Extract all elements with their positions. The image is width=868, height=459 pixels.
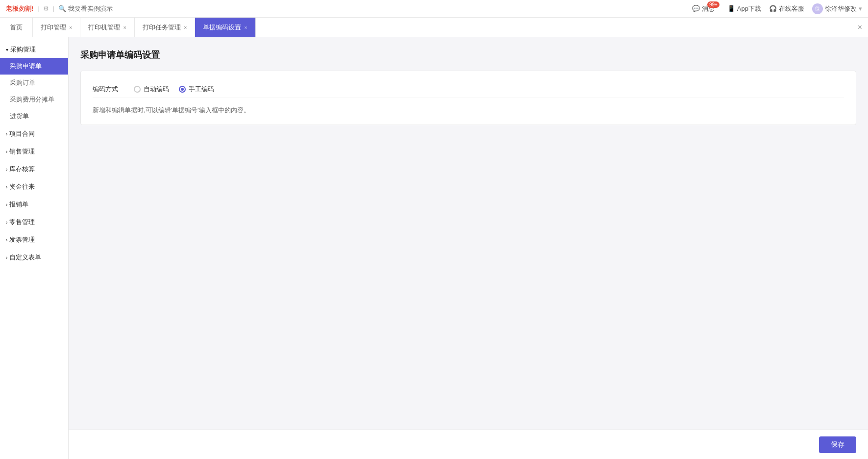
tab-print-manage[interactable]: 打印管理 × [33,18,80,37]
app-download-button[interactable]: 📱 App下载 [727,4,761,13]
sidebar-group-custom-title[interactable]: › 自定义表单 [0,249,68,266]
search-area[interactable]: 🔍 我要看实例演示 [58,4,113,13]
radio-group: 自动编码 手工编码 [134,85,214,94]
page-title: 采购申请单编码设置 [80,49,856,61]
message-button[interactable]: 💬 消息 99+ [692,4,715,13]
sidebar-group-sales-title[interactable]: › 销售管理 [0,143,68,160]
sidebar-group-invoice-label: 发票管理 [9,235,35,244]
sidebar-group-finance: › 资金往来 [0,178,68,195]
sidebar-item-purchase-expense[interactable]: 采购费用分摊单 [0,91,68,108]
headset-icon: 🎧 [769,5,777,12]
sidebar-group-expense-title[interactable]: › 报销单 [0,196,68,213]
sidebar-group-purchase: ▾ 采购管理 采购申请单 采购订单 采购费用分摊单 进货单 [0,41,68,125]
content-area: 采购申请单编码设置 编码方式 自动编码 手工编码 [69,37,868,459]
radio-manual[interactable]: 手工编码 [179,85,214,94]
sidebar-group-finance-label: 资金往来 [9,182,35,191]
sidebar-item-stock-in-label: 进货单 [10,112,29,120]
user-info[interactable]: 徐 徐泽华修改 ▾ [812,3,862,14]
hint-text: 新增和编辑单据时,可以编辑'单据编号'输入框中的内容。 [93,106,844,115]
sidebar-group-custom: › 自定义表单 [0,249,68,266]
message-badge: 99+ [707,1,719,8]
sidebar-group-purchase-title[interactable]: ▾ 采购管理 [0,41,68,58]
sidebar-group-invoice-title[interactable]: › 发票管理 [0,231,68,248]
user-dropdown-icon: ▾ [859,5,862,12]
expand-icon-retail: › [6,220,7,225]
sidebar-item-purchase-request[interactable]: 采购申请单 [0,58,68,75]
top-bar-right: 💬 消息 99+ 📱 App下载 🎧 在线客服 徐 徐泽华修改 ▾ [692,3,862,14]
sidebar-item-purchase-order-label: 采购订单 [10,79,35,86]
sidebar-group-project: › 项目合同 [0,126,68,142]
expand-icon-finance: › [6,184,7,190]
sidebar-group-project-title[interactable]: › 项目合同 [0,126,68,142]
top-bar-divider2: | [53,5,54,12]
sidebar-group-retail-label: 零售管理 [9,218,35,227]
radio-manual-outer [179,86,186,93]
app-download-label: App下载 [737,4,761,13]
radio-auto[interactable]: 自动编码 [134,85,169,94]
tab-print-manage-close[interactable]: × [69,25,72,30]
tab-printer-manage-label: 打印机管理 [88,23,120,32]
search-icon: 🔍 [58,5,66,12]
tab-printer-manage[interactable]: 打印机管理 × [80,18,134,37]
tab-barcode-setting-close[interactable]: × [244,25,247,30]
expand-icon-custom: › [6,255,7,260]
user-name: 徐泽华修改 [825,4,857,13]
tab-print-task-close[interactable]: × [184,25,187,30]
expand-icon-invoice: › [6,237,7,243]
sidebar-group-sales: › 销售管理 [0,143,68,160]
main-layout: ▾ 采购管理 采购申请单 采购订单 采购费用分摊单 进货单 › 项目合同 [0,37,868,459]
tab-bar: 首页 打印管理 × 打印机管理 × 打印任务管理 × 单据编码设置 × × [0,18,868,37]
logo-text: 老板勿割! [6,4,33,13]
tab-barcode-setting-label: 单据编码设置 [203,23,241,32]
expand-icon-project: › [6,131,7,137]
sidebar-group-inventory-title[interactable]: › 库存核算 [0,161,68,178]
top-bar-left: 老板勿割! | ⚙ | 🔍 我要看实例演示 [6,4,113,13]
sidebar-item-purchase-request-label: 采购申请单 [10,62,42,70]
radio-auto-outer [134,86,141,93]
sidebar-group-retail: › 零售管理 [0,214,68,230]
top-bar: 老板勿割! | ⚙ | 🔍 我要看实例演示 💬 消息 99+ 📱 App下载 🎧… [0,0,868,18]
close-all-tabs-icon[interactable]: × [858,23,862,32]
settings-icon[interactable]: ⚙ [43,5,49,12]
sidebar: ▾ 采购管理 采购申请单 采购订单 采购费用分摊单 进货单 › 项目合同 [0,37,69,459]
save-button[interactable]: 保存 [819,436,856,453]
sidebar-group-purchase-label: 采购管理 [10,45,36,54]
sidebar-group-inventory: › 库存核算 [0,161,68,178]
sidebar-group-finance-title[interactable]: › 资金往来 [0,178,68,195]
customer-service-label: 在线客服 [779,4,804,13]
tab-home-label: 首页 [10,23,23,32]
tab-print-task-label: 打印任务管理 [143,23,181,32]
sidebar-group-inventory-label: 库存核算 [9,165,35,174]
sidebar-group-expense-label: 报销单 [9,200,28,209]
search-text: 我要看实例演示 [68,4,113,13]
sidebar-group-retail-title[interactable]: › 零售管理 [0,214,68,230]
sidebar-item-purchase-order[interactable]: 采购订单 [0,75,68,91]
encoding-label: 编码方式 [93,85,122,94]
message-icon: 💬 [692,5,700,12]
app-download-icon: 📱 [727,5,735,12]
radio-manual-inner [181,88,184,91]
tab-print-manage-label: 打印管理 [41,23,66,32]
expand-icon-sales: › [6,149,7,154]
radio-auto-label: 自动编码 [144,85,169,94]
settings-card: 编码方式 自动编码 手工编码 新增和编 [80,71,856,125]
footer-bar: 保存 [69,430,868,459]
content-inner: 采购申请单编码设置 编码方式 自动编码 手工编码 [69,37,868,459]
tab-printer-manage-close[interactable]: × [123,25,126,30]
sidebar-group-expense: › 报销单 [0,196,68,213]
tab-home[interactable]: 首页 [0,18,33,37]
sidebar-item-purchase-expense-label: 采购费用分摊单 [10,96,54,103]
collapse-icon: ▾ [6,47,8,52]
radio-manual-label: 手工编码 [189,85,214,94]
sidebar-item-stock-in[interactable]: 进货单 [0,108,68,125]
tab-barcode-setting[interactable]: 单据编码设置 × [195,18,255,37]
customer-service-button[interactable]: 🎧 在线客服 [769,4,804,13]
expand-icon-expense: › [6,202,7,207]
sidebar-group-sales-label: 销售管理 [9,147,35,156]
sidebar-group-invoice: › 发票管理 [0,231,68,248]
expand-icon-inventory: › [6,167,7,172]
tab-print-task[interactable]: 打印任务管理 × [135,18,195,37]
avatar: 徐 [812,3,823,14]
encoding-row: 编码方式 自动编码 手工编码 [93,81,844,98]
sidebar-group-project-label: 项目合同 [9,129,35,138]
